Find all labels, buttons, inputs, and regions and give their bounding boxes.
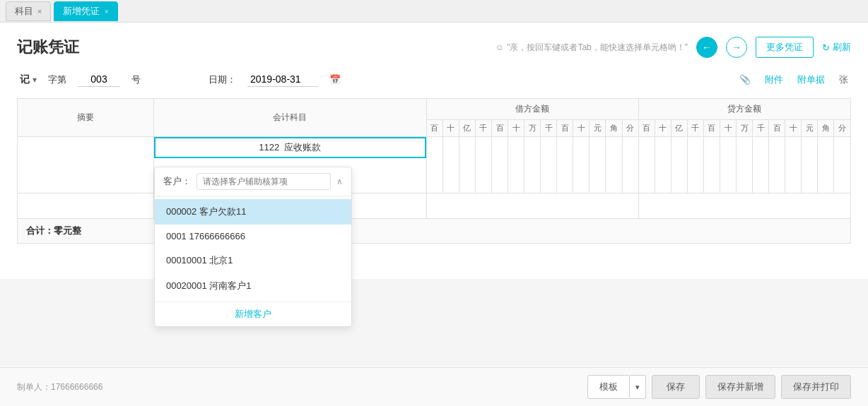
- credit-cell-0[interactable]: [638, 137, 655, 193]
- attachment-sheet-link[interactable]: 附单据: [797, 73, 825, 86]
- total-label: 合计：零元整: [26, 225, 81, 237]
- debit-cell-6[interactable]: [524, 137, 541, 193]
- record-type-button[interactable]: 记: [20, 73, 30, 86]
- debit-digit-header-2: 亿: [459, 120, 475, 137]
- debit-digit-header-9: 十: [573, 120, 590, 137]
- credit-empty-1[interactable]: [638, 193, 850, 219]
- debit-cell-9[interactable]: [573, 137, 590, 193]
- customer-selector-header: 客户： ∧: [155, 167, 351, 196]
- debit-cell-7[interactable]: [541, 137, 557, 193]
- bottom-bar: 制单人：17666666666 模板 ▾ 保存 保存并新增 保存并打印: [0, 367, 868, 406]
- debit-cell-10[interactable]: [590, 137, 606, 193]
- table-row: 1122 应收账款 客户： ∧ 000002 客户欠款11: [18, 137, 851, 193]
- debit-digit-header-3: 千: [475, 120, 491, 137]
- debit-digit-header-5: 十: [508, 120, 524, 137]
- debit-empty-1[interactable]: [426, 193, 638, 219]
- debit-digit-header-7: 千: [541, 120, 557, 137]
- account-name: 应收账款: [284, 142, 321, 153]
- tip-content: "亲，按回车键或者Tab，能快速选择单元格哟！": [507, 42, 688, 54]
- debit-cell-8[interactable]: [557, 137, 573, 193]
- account-code: 1122: [259, 142, 279, 153]
- credit-cell-4[interactable]: [703, 137, 720, 193]
- template-button[interactable]: 模板: [587, 375, 630, 399]
- credit-cell-5[interactable]: [720, 137, 737, 193]
- credit-digit-header-10: 元: [802, 120, 818, 137]
- add-customer-button[interactable]: 新增客户: [235, 308, 271, 321]
- calendar-icon[interactable]: 📅: [329, 74, 341, 85]
- debit-cell-11[interactable]: [606, 137, 622, 193]
- more-voucher-button[interactable]: 更多凭证: [756, 37, 814, 58]
- tab-xinzeng-label: 新增凭证: [63, 5, 100, 18]
- credit-digit-header-11: 角: [818, 120, 834, 137]
- save-button[interactable]: 保存: [652, 375, 700, 399]
- dropdown-footer: 新增客户: [155, 301, 351, 326]
- credit-cell-9[interactable]: [785, 137, 802, 193]
- credit-cell-7[interactable]: [753, 137, 769, 193]
- customer-label: 客户：: [163, 175, 191, 188]
- debit-cell-3[interactable]: [475, 137, 491, 193]
- credit-digit-header-5: 十: [720, 120, 737, 137]
- credit-cell-8[interactable]: [769, 137, 785, 193]
- credit-cell-6[interactable]: [737, 137, 753, 193]
- credit-cell-10[interactable]: [802, 137, 818, 193]
- zi-input[interactable]: [78, 72, 120, 87]
- save-print-button[interactable]: 保存并打印: [781, 375, 851, 399]
- table-container: 摘要 会计科目 借方金额 贷方金额 百十亿千百十万千百十元角分百十亿千百十万千百…: [17, 98, 851, 244]
- credit-digit-header-4: 百: [703, 120, 720, 137]
- debit-digit-header-11: 角: [606, 120, 622, 137]
- debit-cell-1[interactable]: [442, 137, 459, 193]
- form-row: 记 ▾ 字第 号 日期： 📅 📎 附件 附单据 张: [17, 72, 851, 87]
- account-cell[interactable]: 1122 应收账款 客户： ∧ 000002 客户欠款11: [153, 137, 426, 193]
- record-type-group: 记 ▾: [20, 73, 37, 86]
- dropdown-item-3[interactable]: 00020001 河南客户1: [155, 273, 351, 299]
- dropdown-item-1[interactable]: 0001 17666666666: [155, 225, 351, 248]
- account-display[interactable]: 1122 应收账款: [154, 137, 426, 158]
- chevron-up-icon[interactable]: ∧: [336, 177, 343, 186]
- date-label: 日期：: [209, 73, 236, 86]
- debit-cell-5[interactable]: [508, 137, 524, 193]
- debit-cell-4[interactable]: [492, 137, 508, 193]
- page-title: 记账凭证: [17, 37, 79, 58]
- th-credit: 贷方金额: [638, 99, 850, 120]
- tab-keji-close[interactable]: ×: [37, 7, 42, 16]
- template-arrow-button[interactable]: ▾: [630, 375, 646, 399]
- prev-button[interactable]: ←: [696, 37, 717, 58]
- credit-digit-header-0: 百: [638, 120, 655, 137]
- hao-label: 号: [131, 73, 141, 86]
- tab-xinzeng-close[interactable]: ×: [104, 7, 108, 16]
- customer-search-input[interactable]: [197, 173, 331, 190]
- credit-cell-1[interactable]: [655, 137, 671, 193]
- refresh-icon: ↻: [822, 42, 830, 53]
- debit-cell-2[interactable]: [459, 137, 475, 193]
- credit-cell-2[interactable]: [671, 137, 687, 193]
- debit-digit-header-0: 百: [426, 120, 442, 137]
- debit-cell-12[interactable]: [622, 137, 638, 193]
- refresh-button[interactable]: ↻ 刷新: [822, 41, 851, 54]
- debit-digit-header-12: 分: [622, 120, 638, 137]
- attachment-link[interactable]: 附件: [765, 73, 783, 86]
- summary-empty-1[interactable]: [18, 193, 154, 219]
- tab-keji[interactable]: 科目 ×: [6, 1, 51, 21]
- debit-digit-header-4: 百: [492, 120, 508, 137]
- credit-digit-header-2: 亿: [671, 120, 687, 137]
- next-button[interactable]: →: [726, 37, 747, 58]
- debit-digit-header-6: 万: [524, 120, 541, 137]
- voucher-table: 摘要 会计科目 借方金额 贷方金额 百十亿千百十万千百十元角分百十亿千百十万千百…: [17, 98, 851, 219]
- smiley-icon: ☺: [495, 42, 504, 52]
- tab-keji-label: 科目: [15, 5, 33, 18]
- credit-cell-3[interactable]: [687, 137, 703, 193]
- zi-label: 字第: [48, 73, 66, 86]
- dropdown-item-0[interactable]: 000002 客户欠款11: [155, 199, 351, 225]
- credit-digit-header-9: 十: [785, 120, 802, 137]
- tip-text: ☺ "亲，按回车键或者Tab，能快速选择单元格哟！": [495, 42, 688, 54]
- credit-digit-header-3: 千: [687, 120, 703, 137]
- credit-cell-12[interactable]: [834, 137, 851, 193]
- date-input[interactable]: [247, 72, 318, 87]
- save-new-button[interactable]: 保存并新增: [705, 375, 775, 399]
- credit-cell-11[interactable]: [818, 137, 834, 193]
- dropdown-item-2[interactable]: 00010001 北京1: [155, 248, 351, 273]
- credit-digit-header-8: 百: [769, 120, 785, 137]
- tab-xinzeng[interactable]: 新增凭证 ×: [54, 1, 117, 21]
- summary-cell[interactable]: [18, 137, 154, 193]
- debit-cell-0[interactable]: [426, 137, 442, 193]
